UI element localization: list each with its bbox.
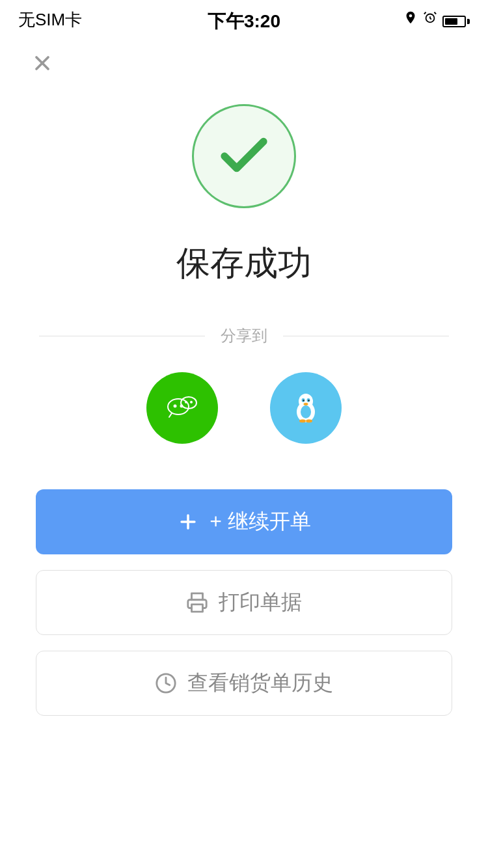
svg-point-18: [299, 420, 306, 423]
svg-point-15: [303, 400, 304, 401]
status-time: 下午3:20: [208, 9, 280, 34]
svg-point-7: [174, 405, 177, 408]
success-title: 保存成功: [176, 241, 312, 286]
success-icon-circle: [192, 104, 296, 208]
qq-share-button[interactable]: [270, 372, 342, 444]
svg-point-9: [185, 401, 187, 403]
carrier-label: 无SIM卡: [18, 8, 82, 31]
alarm-icon: [423, 10, 437, 29]
wechat-share-button[interactable]: [146, 372, 218, 444]
history-label: 查看销货单历史: [187, 669, 333, 698]
status-left: 无SIM卡: [18, 8, 88, 31]
svg-point-17: [304, 403, 308, 405]
svg-point-20: [301, 405, 311, 418]
continue-button[interactable]: + 继续开单: [36, 489, 452, 554]
share-label: 分享到: [205, 325, 283, 346]
svg-point-19: [306, 420, 312, 423]
svg-point-16: [308, 400, 309, 401]
continue-label: + 继续开单: [210, 508, 311, 536]
main-content: 保存成功 分享到: [0, 39, 488, 716]
share-icons-row: [146, 372, 342, 444]
action-buttons: + 继续开单 打印单据 查看销货单历史: [36, 489, 452, 716]
share-divider: 分享到: [0, 325, 488, 346]
svg-point-1: [409, 14, 413, 18]
status-bar: 无SIM卡 下午3:20: [0, 0, 488, 39]
svg-point-10: [190, 401, 193, 403]
close-button[interactable]: [26, 47, 59, 79]
history-button[interactable]: 查看销货单历史: [36, 651, 452, 716]
divider-line-left: [39, 336, 205, 336]
divider-line-right: [283, 336, 449, 336]
print-button[interactable]: 打印单据: [36, 570, 452, 635]
battery-icon: [442, 10, 470, 29]
svg-point-8: [180, 405, 183, 408]
print-label: 打印单据: [219, 588, 302, 617]
location-icon: [403, 10, 418, 29]
svg-rect-23: [192, 604, 203, 612]
status-right: [403, 10, 470, 29]
